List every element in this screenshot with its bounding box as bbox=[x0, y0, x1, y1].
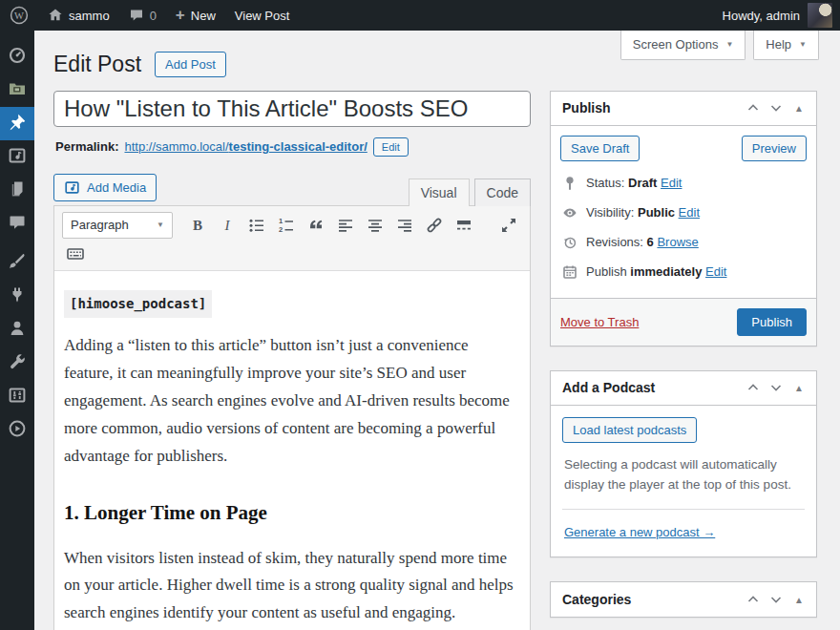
align-right-button[interactable] bbox=[391, 213, 418, 238]
sidebar-item-media[interactable] bbox=[0, 140, 34, 174]
publish-button[interactable]: Publish bbox=[737, 308, 807, 336]
podcast-description: Selecting a podcast will automatically d… bbox=[564, 455, 803, 495]
sidebar-item-dashboard[interactable] bbox=[0, 40, 34, 74]
admin-bar: W sammo 0 + New View Post bbox=[0, 0, 840, 31]
paragraph: Adding a “listen to this article” button… bbox=[64, 332, 520, 470]
toolbar-toggle-button[interactable] bbox=[62, 242, 89, 266]
new-content-menu[interactable]: + New bbox=[166, 0, 225, 31]
comment-icon bbox=[8, 213, 27, 236]
edit-status-link[interactable]: Edit bbox=[661, 176, 682, 190]
tab-code[interactable]: Code bbox=[474, 178, 531, 206]
plus-icon: + bbox=[176, 7, 185, 23]
sidebar-item-tools[interactable] bbox=[0, 346, 34, 380]
podcast-metabox-header[interactable]: Add a Podcast ▲ bbox=[551, 371, 816, 406]
save-draft-button[interactable]: Save Draft bbox=[560, 136, 640, 161]
screen-options-tab[interactable]: Screen Options ▼ bbox=[620, 31, 746, 60]
new-label: New bbox=[191, 9, 216, 23]
align-center-button[interactable] bbox=[362, 213, 388, 238]
site-name-label: sammo bbox=[69, 9, 110, 23]
play-circle-icon bbox=[8, 419, 27, 442]
editor-toolbar: Paragraph ▼ B I bbox=[54, 206, 530, 271]
categories-metabox-header[interactable]: Categories ▲ bbox=[551, 582, 816, 617]
publish-metabox-header[interactable]: Publish ▲ bbox=[551, 92, 816, 126]
read-more-tag-button[interactable] bbox=[451, 213, 477, 238]
block-format-select[interactable]: Paragraph ▼ bbox=[62, 212, 173, 239]
admin-bar-left: W sammo 0 + New View Post bbox=[0, 0, 299, 31]
sidebar-item-podcast[interactable] bbox=[0, 413, 34, 447]
svg-text:2: 2 bbox=[279, 225, 283, 234]
toggle-panel-icon[interactable]: ▲ bbox=[788, 588, 810, 611]
page-title: Edit Post bbox=[53, 52, 141, 78]
help-tab[interactable]: Help ▼ bbox=[753, 31, 819, 60]
sidebar-item-settings[interactable] bbox=[0, 380, 34, 413]
howdy-label: Howdy, admin bbox=[723, 9, 800, 23]
move-down-icon[interactable] bbox=[765, 376, 788, 399]
edit-visibility-link[interactable]: Edit bbox=[679, 205, 700, 220]
link-button[interactable] bbox=[421, 213, 448, 238]
wordpress-logo-icon: W bbox=[10, 6, 29, 25]
publish-metabox: Publish ▲ Save Draft Preview bbox=[550, 91, 817, 346]
screen-options-label: Screen Options bbox=[633, 37, 719, 52]
view-post-menu[interactable]: View Post bbox=[225, 0, 300, 31]
sidebar-item-folders[interactable] bbox=[0, 74, 34, 107]
move-down-icon[interactable] bbox=[765, 588, 788, 611]
tab-visual[interactable]: Visual bbox=[409, 178, 470, 206]
brush-icon bbox=[8, 252, 27, 275]
revisions-row: Revisions: 6 Browse bbox=[562, 235, 805, 250]
add-media-icon bbox=[64, 179, 80, 196]
comments-menu[interactable]: 0 bbox=[119, 0, 166, 31]
bold-button[interactable]: B bbox=[184, 213, 211, 238]
bullet-list-button[interactable] bbox=[243, 213, 270, 238]
screen-meta-links: Screen Options ▼ Help ▼ bbox=[620, 31, 819, 60]
move-up-icon[interactable] bbox=[742, 96, 765, 119]
podcast-shortcode: [himoose_podcast] bbox=[64, 290, 212, 319]
sidebar-item-users[interactable] bbox=[0, 313, 34, 346]
toggle-panel-icon[interactable]: ▲ bbox=[788, 96, 810, 119]
edit-schedule-link[interactable]: Edit bbox=[705, 264, 726, 279]
paragraph: When visitors listen instead of skim, th… bbox=[64, 545, 520, 628]
plug-icon bbox=[8, 285, 27, 308]
editor-content-area[interactable]: [himoose_podcast] Adding a “listen to th… bbox=[54, 271, 530, 630]
italic-button[interactable]: I bbox=[214, 213, 241, 238]
sidebar-item-comments[interactable] bbox=[0, 207, 34, 241]
move-to-trash-link[interactable]: Move to Trash bbox=[560, 315, 639, 329]
svg-text:1: 1 bbox=[279, 217, 283, 225]
wordpress-logo-menu[interactable]: W bbox=[0, 0, 38, 31]
media-icon bbox=[8, 146, 27, 169]
my-account-menu[interactable]: Howdy, admin bbox=[723, 3, 840, 28]
toggle-panel-icon[interactable]: ▲ bbox=[788, 376, 810, 399]
load-latest-podcasts-button[interactable]: Load latest podcasts bbox=[562, 417, 697, 443]
align-left-button[interactable] bbox=[332, 213, 359, 238]
preview-button[interactable]: Preview bbox=[742, 136, 807, 161]
browse-revisions-link[interactable]: Browse bbox=[657, 235, 698, 249]
sidebar-item-plugins[interactable] bbox=[0, 280, 34, 313]
move-down-icon[interactable] bbox=[765, 96, 788, 119]
schedule-row: Publish immediately Edit bbox=[562, 264, 805, 280]
permalink-label: Permalink: bbox=[55, 139, 118, 154]
add-post-button[interactable]: Add Post bbox=[155, 52, 226, 77]
pushpin-icon bbox=[8, 113, 27, 136]
site-name-menu[interactable]: sammo bbox=[38, 0, 119, 31]
permalink-link[interactable]: http://sammo.local/testing-classical-edi… bbox=[124, 139, 367, 154]
editor-tools-row: Add Media Visual Code bbox=[53, 174, 531, 205]
sidebar-item-posts[interactable] bbox=[0, 107, 34, 140]
sidebar-item-pages[interactable] bbox=[0, 174, 34, 207]
numbered-list-button[interactable]: 12 bbox=[273, 213, 300, 238]
move-up-icon[interactable] bbox=[742, 588, 765, 611]
chevron-down-icon: ▼ bbox=[799, 40, 807, 49]
permalink-edit-button[interactable]: Edit bbox=[373, 137, 409, 157]
visibility-row: Visibility: Public Edit bbox=[562, 205, 805, 220]
fullscreen-button[interactable] bbox=[495, 213, 522, 238]
chevron-down-icon: ▼ bbox=[157, 220, 164, 229]
post-title-input[interactable] bbox=[53, 91, 531, 127]
add-media-button[interactable]: Add Media bbox=[53, 174, 157, 201]
pages-icon bbox=[8, 179, 27, 202]
sidebar-item-appearance[interactable] bbox=[0, 246, 34, 280]
generate-podcast-link[interactable]: Generate a new podcast → bbox=[564, 525, 715, 539]
classic-editor: Paragraph ▼ B I bbox=[53, 205, 531, 630]
podcast-metabox: Add a Podcast ▲ Load latest podcasts Sel… bbox=[550, 370, 817, 558]
move-up-icon[interactable] bbox=[742, 376, 765, 399]
divider bbox=[562, 509, 805, 510]
blockquote-button[interactable] bbox=[303, 213, 329, 238]
visibility-eye-icon bbox=[562, 205, 578, 220]
